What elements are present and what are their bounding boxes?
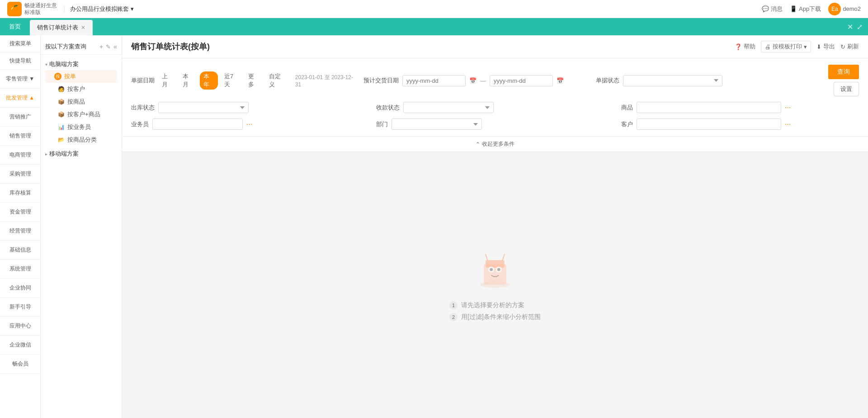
date-tab-more[interactable]: 更多: [245, 71, 263, 90]
sidebar-item-member[interactable]: 畅会员: [0, 355, 40, 374]
svg-point-6: [497, 268, 500, 271]
add-scheme-icon[interactable]: +: [99, 43, 103, 50]
scheme-item-by-salesperson[interactable]: 📊 按业务员: [45, 121, 117, 133]
close-icon[interactable]: ✕: [81, 24, 85, 31]
sidebar-item-quick-nav[interactable]: 快捷导航: [0, 52, 40, 70]
settings-button[interactable]: 设置: [834, 82, 859, 96]
department-select[interactable]: [392, 119, 482, 130]
message-icon: 💬: [762, 5, 769, 12]
avatar: Ea: [828, 3, 841, 15]
scheme-item-by-goods[interactable]: 📦 按商品: [45, 95, 117, 108]
goods-input[interactable]: [637, 102, 781, 113]
calendar-end-icon[interactable]: 📅: [557, 77, 564, 84]
export-btn[interactable]: ⬇ 导出: [816, 43, 835, 51]
tab-sales-order-stat[interactable]: 销售订单统计表 ✕: [30, 20, 93, 35]
scheme-item-by-customer-goods[interactable]: 📦 按客户+商品: [45, 108, 117, 121]
sidebar-item-ecommerce[interactable]: 电商管理: [0, 146, 40, 165]
expected-delivery-group: 预计交货日期 📅 — 📅: [363, 75, 589, 86]
close-window-icon[interactable]: ✕: [847, 23, 853, 31]
payment-status-select[interactable]: [403, 102, 494, 113]
empty-state: 1 请先选择要分析的方案 2 用[过滤]条件来缩小分析范围: [122, 152, 868, 418]
logo-icon: 🍊: [7, 2, 22, 16]
sidebar-item-enterprise[interactable]: 企业协同: [0, 279, 40, 298]
sidebar: 搜索菜单 快捷导航 零售管理 ▼ 批发管理 ▲ 营销推广 销售管理 电商管理 采…: [0, 35, 41, 418]
expected-delivery-start-input[interactable]: [402, 75, 466, 86]
sidebar-item-basic-info[interactable]: 基础信息: [0, 241, 40, 260]
sidebar-item-marketing[interactable]: 营销推广: [0, 108, 40, 127]
date-tab-this-year[interactable]: 本年: [200, 71, 218, 90]
date-tab-last-month[interactable]: 上月: [158, 71, 176, 90]
sidebar-item-wechat[interactable]: 企业微信: [0, 336, 40, 355]
refresh-btn[interactable]: ↻ 刷新: [840, 43, 859, 51]
sidebar-item-search-menu[interactable]: 搜索菜单: [0, 35, 40, 52]
calendar-start-icon[interactable]: 📅: [469, 77, 476, 84]
payment-status-group: 收款状态: [376, 102, 614, 113]
empty-tips: 1 请先选择要分析的方案 2 用[过滤]条件来缩小分析范围: [449, 301, 541, 321]
refresh-icon: ↻: [840, 43, 845, 50]
svg-line-7: [486, 255, 487, 261]
top-header: 🍊 畅捷通好生意 标准版 办公用品行业模拟账套 ▾ 💬 消息 📱 App下载 E…: [0, 0, 868, 18]
template-print-btn[interactable]: 🖨 按模板打印 ▾: [761, 41, 811, 52]
scheme-panel-icons: + ✎ «: [99, 43, 117, 50]
logo-text: 畅捷通好生意 标准版: [24, 2, 57, 15]
sidebar-item-finance[interactable]: 资金管理: [0, 203, 40, 222]
salesperson-more-icon[interactable]: ···: [246, 120, 252, 128]
salesperson-icon: 📊: [58, 124, 65, 130]
empty-tip-2: 2 用[过滤]条件来缩小分析范围: [449, 313, 541, 321]
main-layout: 搜索菜单 快捷导航 零售管理 ▼ 批发管理 ▲ 营销推广 销售管理 电商管理 采…: [0, 35, 868, 418]
filter-area: 单据日期 上月 本月 本年 近7天 更多 自定义 2023-01-01 至 20…: [122, 58, 868, 137]
salesperson-filter-group: 业务员 ···: [131, 119, 369, 130]
sidebar-item-sales-mgmt[interactable]: 销售管理: [0, 127, 40, 146]
app-selector[interactable]: 办公用品行业模拟账套 ▾: [64, 5, 134, 13]
scheme-item-by-order[interactable]: 按 按单: [45, 70, 117, 83]
content-area: 按以下方案查询 + ✎ « ▾ 电脑端方案 按 按单 🧑 按客: [41, 35, 868, 418]
mobile-scheme-header[interactable]: ▸ 移动端方案: [41, 148, 122, 160]
collapse-bar[interactable]: ⌃ 收起更多条件: [122, 137, 868, 152]
pc-scheme-header[interactable]: ▾ 电脑端方案: [45, 58, 117, 70]
tip-num-1: 1: [449, 301, 458, 309]
customer-goods-icon: 📦: [58, 111, 65, 118]
customer-input[interactable]: [637, 119, 781, 130]
sidebar-item-wholesale[interactable]: 批发管理 ▲: [0, 89, 40, 108]
sidebar-item-operation[interactable]: 经营管理: [0, 222, 40, 241]
expand-icon[interactable]: ⤢: [857, 23, 863, 31]
filter-row-1: 单据日期 上月 本月 本年 近7天 更多 自定义 2023-01-01 至 20…: [131, 65, 859, 96]
collapse-btn[interactable]: ⌃ 收起更多条件: [476, 140, 514, 148]
goods-more-icon[interactable]: ···: [785, 104, 791, 112]
salesperson-input[interactable]: [152, 119, 243, 130]
tab-home[interactable]: 首页: [0, 18, 30, 35]
shipment-status-select[interactable]: [158, 102, 249, 113]
sidebar-item-app-center[interactable]: 应用中心: [0, 317, 40, 336]
tab-bar: 首页 销售订单统计表 ✕ ✕ ⤢: [0, 18, 868, 35]
query-button[interactable]: 查询: [828, 65, 859, 79]
tab-bar-right: ✕ ⤢: [847, 18, 868, 35]
app-download-btn[interactable]: 📱 App下载: [790, 5, 821, 13]
scheme-item-by-goods-category[interactable]: 📂 按商品分类: [45, 133, 117, 146]
sidebar-item-purchase[interactable]: 采购管理: [0, 165, 40, 184]
edit-scheme-icon[interactable]: ✎: [106, 43, 111, 50]
expected-delivery-end-input[interactable]: [490, 75, 553, 86]
collapse-panel-icon[interactable]: «: [113, 43, 117, 50]
help-btn[interactable]: ❓ 帮助: [735, 43, 755, 51]
sidebar-item-inventory[interactable]: 库存核算: [0, 184, 40, 203]
sidebar-item-retail[interactable]: 零售管理 ▼: [0, 70, 40, 89]
customer-more-icon[interactable]: ···: [785, 120, 791, 128]
date-tab-7days[interactable]: 近7天: [221, 71, 242, 90]
logo-area: 🍊 畅捷通好生意 标准版: [7, 2, 57, 16]
user-menu[interactable]: Ea demo2: [828, 3, 861, 15]
empty-illustration: [472, 249, 518, 294]
svg-line-8: [503, 255, 505, 261]
status-select[interactable]: [623, 75, 722, 86]
help-icon: ❓: [735, 43, 742, 50]
date-tab-custom[interactable]: 自定义: [265, 71, 289, 90]
sidebar-item-newbie[interactable]: 新手引导: [0, 298, 40, 317]
filter-row-2: 出库状态 收款状态: [131, 102, 859, 113]
message-btn[interactable]: 💬 消息: [762, 5, 783, 13]
header-left: 🍊 畅捷通好生意 标准版 办公用品行业模拟账套 ▾: [7, 2, 134, 16]
page-header: 销售订单统计表(按单) ❓ 帮助 🖨 按模板打印 ▾ ⬇ 导出: [122, 35, 868, 58]
sidebar-item-system[interactable]: 系统管理: [0, 260, 40, 279]
shipment-status-group: 出库状态: [131, 102, 369, 113]
chevron-down-icon: ▾: [131, 5, 134, 12]
date-tab-this-month[interactable]: 本月: [179, 71, 197, 90]
scheme-item-by-customer[interactable]: 🧑 按客户: [45, 83, 117, 95]
